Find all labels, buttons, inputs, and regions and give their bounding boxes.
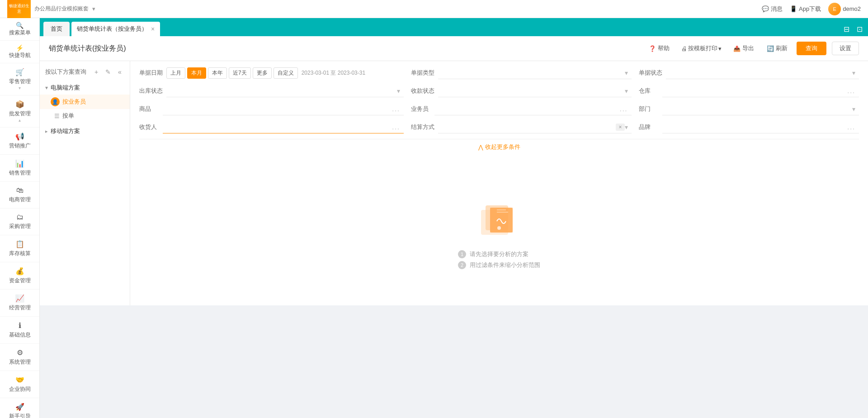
doc-status-control[interactable]: ▾ (666, 66, 859, 79)
svg-marker-3 (490, 208, 513, 233)
collapse-more-button[interactable]: ⋀ 收起更多条件 (139, 139, 859, 155)
sidebar-item-finance[interactable]: 💰 资金管理 (0, 262, 39, 290)
scheme-pc-group: ▾ 电脑端方案 👤 按业务员 ☰ 按单 (40, 79, 130, 124)
sidebar-item-label: 批发管理 (9, 110, 31, 118)
salesperson-dots: ... (620, 105, 628, 113)
sidebar-item-purchase[interactable]: 🗂 采购管理 (0, 209, 39, 235)
date-this-month-btn[interactable]: 本月 (187, 67, 206, 79)
scheme-pc-group-header[interactable]: ▾ 电脑端方案 (40, 81, 130, 95)
purchase-icon: 🗂 (16, 213, 24, 221)
page-actions: ❓ 帮助 🖨 按模板打印 ▾ 📤 导出 🔄 刷新 (645, 42, 859, 55)
filter-doc-type: 单据类型 ▾ (411, 66, 632, 79)
tab-active[interactable]: 销货单统计表（按业务员） × (71, 22, 160, 36)
newbie-icon: 🚀 (15, 403, 24, 411)
help-icon: ❓ (649, 45, 656, 52)
brand-control[interactable]: ... (662, 121, 859, 133)
export-button[interactable]: 📤 导出 (730, 43, 758, 54)
payment-method-clear-icon[interactable]: × (618, 124, 622, 130)
sidebar-item-newbie[interactable]: 🚀 新手引导 (0, 398, 39, 418)
filter-salesperson: 业务员 ... (411, 103, 632, 115)
date-range-text: 2023-03-01 至 2023-03-31 (302, 69, 365, 77)
settings-button[interactable]: 设置 (832, 42, 859, 55)
scheme-sub-item-by-order[interactable]: ☰ 按单 (40, 109, 130, 123)
sidebar-item-retail[interactable]: 🛒 零售管理 ▾ (0, 63, 39, 95)
collapse-icon: ⋀ (478, 144, 483, 151)
tab-home[interactable]: 首页 (43, 22, 70, 36)
date-custom-btn[interactable]: 自定义 (274, 67, 298, 79)
workspace-dropdown-icon[interactable]: ▾ (92, 5, 95, 12)
scheme-add-icon[interactable]: + (92, 67, 101, 76)
salesperson-control[interactable]: ... (434, 103, 632, 115)
doc-status-dropdown-icon: ▾ (852, 69, 855, 76)
tab-bar-right: ⊟ ⊡ (842, 24, 864, 36)
recipient-control[interactable]: ... (163, 121, 404, 133)
warehouse-control[interactable]: ... (662, 85, 859, 97)
sidebar-item-label: 基础信息 (9, 331, 31, 339)
date-more-btn[interactable]: 更多 (253, 67, 272, 79)
active-scheme-icon: 👤 (51, 97, 60, 106)
filter-pay-status: 收款状态 ▾ (411, 85, 632, 97)
empty-hint-1: 1 请先选择要分析的方案 (458, 250, 540, 258)
message-icon: 💬 (762, 5, 769, 12)
sidebar-item-basic[interactable]: ℹ 基础信息 (0, 317, 39, 344)
tab-minimize-button[interactable]: ⊟ (842, 24, 851, 34)
scheme-item-by-salesperson[interactable]: 👤 按业务员 (40, 95, 130, 109)
dept-control[interactable]: ▾ (662, 103, 859, 115)
sidebar-item-enterprise[interactable]: 🤝 企业协同 (0, 371, 39, 398)
sidebar-item-sales[interactable]: 📊 销售管理 (0, 155, 39, 182)
app-download-action[interactable]: 📱 App下载 (790, 5, 821, 13)
sidebar-item-label: 资金管理 (9, 277, 31, 285)
date-last-month-btn[interactable]: 上月 (166, 67, 185, 79)
sidebar-item-system[interactable]: ⚙ 系统管理 (0, 344, 39, 371)
sidebar-item-operation[interactable]: 📈 经营管理 (0, 290, 39, 317)
hint-text-1: 请先选择要分析的方案 (470, 250, 528, 258)
sidebar-item-marketing[interactable]: 📢 营销推广 (0, 128, 39, 155)
tab-maximize-button[interactable]: ⊡ (855, 24, 864, 34)
content-area: 首页 销货单统计表（按业务员） × ⊟ ⊡ 销货单统计表(按业务员) ❓ 帮助 (40, 18, 868, 418)
hint-num-2: 2 (458, 261, 466, 269)
goods-control[interactable]: ... (163, 103, 404, 115)
sidebar-item-wholesale[interactable]: 📦 批发管理 ▴ (0, 95, 39, 128)
sidebar-item-label: 系统管理 (9, 358, 31, 366)
avatar: E (828, 3, 841, 15)
sidebar-item-inventory[interactable]: 📋 库存核算 (0, 235, 39, 262)
filter-recipient: 收货人 ... (139, 121, 404, 133)
header-right: 💬 消息 📱 App下载 E demo2 (762, 3, 861, 15)
header-left: 畅捷通好生意 办公用品行业模拟账套 ▾ (7, 0, 95, 18)
sidebar-item-label: 企业协同 (9, 385, 31, 393)
sidebar-quick[interactable]: ⚡ 快捷导航 (0, 41, 39, 63)
goods-dots: ... (392, 105, 400, 113)
pay-status-label: 收款状态 (411, 87, 434, 95)
tab-close-icon[interactable]: × (151, 25, 155, 33)
sidebar-item-label: 库存核算 (9, 250, 31, 257)
tab-label: 销货单统计表（按业务员） (77, 25, 147, 33)
svg-point-4 (497, 226, 501, 230)
sidebar-search[interactable]: 🔍 搜索菜单 (0, 18, 39, 41)
enterprise-icon: 🤝 (15, 375, 24, 384)
warehouse-dots: ... (847, 87, 855, 95)
doc-type-dropdown-icon: ▾ (625, 69, 628, 76)
out-status-control[interactable]: ▾ (166, 85, 404, 97)
payment-method-control[interactable]: × ▾ (438, 121, 632, 133)
page-title-bar: 销货单统计表(按业务员) ❓ 帮助 🖨 按模板打印 ▾ 📤 导出 (40, 36, 868, 61)
query-button[interactable]: 查询 (797, 42, 826, 55)
date-this-year-btn[interactable]: 本年 (208, 67, 227, 79)
filter-row-2: 出库状态 ▾ 收款状态 ▾ (139, 85, 859, 97)
sidebar-item-ecommerce[interactable]: 🛍 电商管理 (0, 182, 39, 209)
help-button[interactable]: ❓ 帮助 (645, 43, 673, 54)
message-action[interactable]: 💬 消息 (762, 5, 783, 13)
user-action[interactable]: E demo2 (828, 3, 861, 15)
scheme-mobile-group[interactable]: ▸ 移动端方案 (40, 124, 130, 138)
page-title: 销货单统计表(按业务员) (49, 44, 126, 53)
out-status-label: 出库状态 (139, 87, 163, 95)
doc-type-control[interactable]: ▾ (438, 66, 632, 79)
scheme-collapse-icon[interactable]: « (115, 67, 124, 76)
pay-status-control[interactable]: ▾ (438, 85, 632, 97)
dept-label: 部门 (639, 105, 659, 113)
template-print-button[interactable]: 🖨 按模板打印 ▾ (679, 43, 724, 54)
payment-method-dropdown-icon: ▾ (625, 124, 628, 131)
dropdown-arrow-icon: ▾ (718, 45, 722, 52)
refresh-button[interactable]: 🔄 刷新 (763, 43, 791, 54)
date-7days-btn[interactable]: 近7天 (229, 67, 251, 79)
scheme-edit-icon[interactable]: ✎ (104, 67, 113, 76)
